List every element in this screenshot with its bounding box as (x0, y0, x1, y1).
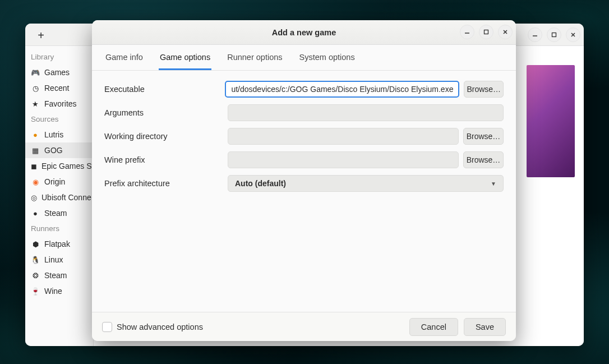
dialog-minimize-button[interactable] (460, 25, 474, 39)
sidebar-item-steam[interactable]: ● Steam (25, 205, 93, 221)
sidebar-item-origin[interactable]: ◉ Origin (25, 174, 93, 190)
arguments-input[interactable] (228, 104, 504, 121)
sidebar-item-label: Flatpak (44, 239, 70, 248)
origin-icon: ◉ (31, 177, 40, 186)
library-close-button[interactable] (566, 27, 580, 42)
sidebar-item-wine[interactable]: 🍷 Wine (25, 283, 93, 299)
sidebar-item-label: Recent (44, 84, 69, 93)
wine-prefix-label: Wine prefix (104, 155, 228, 164)
tab-game-info[interactable]: Game info (104, 45, 144, 70)
sidebar-section-runners: Runners (25, 221, 93, 236)
game-cover-art[interactable] (527, 65, 575, 177)
dialog-titlebar: Add a new game (92, 20, 516, 45)
sidebar-section-library: Library (25, 49, 93, 64)
sidebar-item-games[interactable]: 🎮 Games (25, 64, 93, 80)
dialog-footer: Show advanced options Cancel Save (92, 312, 516, 341)
lutris-icon: ● (31, 130, 40, 139)
steam-icon: ● (31, 209, 40, 218)
sidebar-item-label: Origin (44, 177, 65, 186)
flatpak-icon: ⬢ (31, 239, 40, 248)
sidebar-item-label: Favorites (44, 99, 77, 108)
tab-game-options[interactable]: Game options (159, 45, 211, 70)
wine-prefix-input[interactable] (228, 151, 459, 168)
sidebar-item-favorites[interactable]: ★ Favorites (25, 96, 93, 112)
sidebar-item-flatpak[interactable]: ⬢ Flatpak (25, 236, 93, 252)
executable-value: ut/dosdevices/c:/GOG Games/Disco Elysium… (231, 85, 453, 94)
executable-label: Executable (104, 85, 225, 94)
sidebar-item-linux[interactable]: 🐧 Linux (25, 252, 93, 268)
sidebar-item-gog[interactable]: ▦ GOG (25, 142, 93, 158)
wine-prefix-browse-button[interactable]: Browse… (463, 151, 504, 168)
dialog-form: Executable ut/dosdevices/c:/GOG Games/Di… (92, 71, 516, 312)
sidebar: Library 🎮 Games ◷ Recent ★ Favorites Sou… (25, 46, 94, 346)
sidebar-item-ubisoft[interactable]: ◎ Ubisoft Conne (25, 190, 93, 205)
linux-icon: 🐧 (31, 255, 40, 264)
gog-icon: ▦ (31, 146, 40, 155)
sidebar-item-label: Linux (44, 255, 63, 264)
sidebar-item-steam-runner[interactable]: ❂ Steam (25, 268, 93, 283)
ubisoft-icon: ◎ (31, 193, 37, 202)
sidebar-item-label: Wine (44, 287, 62, 296)
sidebar-item-recent[interactable]: ◷ Recent (25, 80, 93, 96)
executable-input[interactable]: ut/dosdevices/c:/GOG Games/Disco Elysium… (225, 81, 459, 98)
show-advanced-checkbox[interactable] (102, 322, 112, 332)
tab-system-options[interactable]: System options (298, 45, 356, 70)
tab-runner-options[interactable]: Runner options (226, 45, 283, 70)
dialog-tabs: Game info Game options Runner options Sy… (92, 45, 516, 71)
sidebar-item-label: Lutris (44, 130, 63, 139)
sidebar-section-sources: Sources (25, 112, 93, 127)
show-advanced-label: Show advanced options (117, 322, 203, 331)
steam-icon: ❂ (31, 271, 40, 280)
prefix-arch-label: Prefix architecture (104, 179, 228, 188)
wine-icon: 🍷 (31, 287, 40, 296)
epic-icon: ◼ (31, 162, 37, 171)
sidebar-item-label: Games (44, 68, 70, 77)
sidebar-item-label: Epic Games St (41, 162, 94, 171)
executable-browse-button[interactable]: Browse… (464, 81, 504, 98)
sidebar-item-label: Steam (44, 271, 67, 280)
sidebar-item-label: GOG (44, 146, 63, 155)
svg-rect-1 (485, 30, 488, 34)
add-game-dialog: Add a new game Game info Game options Ru… (92, 20, 516, 341)
save-button[interactable]: Save (464, 318, 506, 336)
sidebar-item-label: Steam (44, 209, 67, 218)
dialog-title: Add a new game (272, 28, 336, 37)
dialog-maximize-button[interactable] (479, 25, 493, 39)
working-dir-browse-button[interactable]: Browse… (463, 128, 504, 145)
prefix-arch-select[interactable]: Auto (default) ▼ (228, 175, 504, 192)
svg-rect-0 (552, 33, 556, 36)
working-dir-input[interactable] (228, 128, 459, 145)
gamepad-icon: 🎮 (31, 68, 40, 77)
working-dir-label: Working directory (104, 132, 228, 141)
sidebar-item-epic[interactable]: ◼ Epic Games St (25, 158, 93, 174)
star-icon: ★ (31, 99, 40, 108)
chevron-down-icon: ▼ (491, 181, 496, 187)
add-button[interactable]: + (33, 29, 49, 42)
prefix-arch-value: Auto (default) (235, 179, 286, 188)
arguments-label: Arguments (104, 108, 228, 117)
sidebar-item-label: Ubisoft Conne (41, 193, 91, 202)
minimize-button[interactable] (528, 27, 542, 42)
cancel-button[interactable]: Cancel (409, 318, 458, 336)
clock-icon: ◷ (31, 84, 40, 93)
dialog-close-button[interactable] (498, 25, 513, 39)
sidebar-item-lutris[interactable]: ● Lutris (25, 127, 93, 142)
maximize-button[interactable] (547, 27, 561, 42)
